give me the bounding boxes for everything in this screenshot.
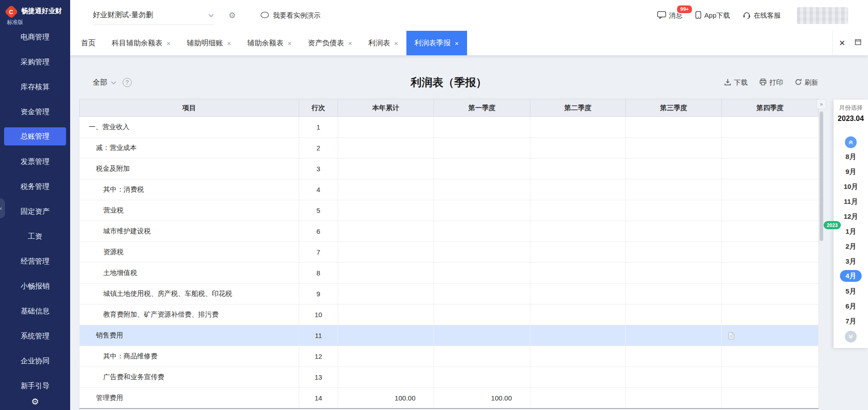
print-button[interactable]: 打印: [759, 78, 783, 87]
cell-value[interactable]: 100.00: [338, 388, 434, 409]
settings-gear-icon[interactable]: ⚙: [31, 396, 39, 407]
cell-value[interactable]: [434, 159, 530, 179]
table-row-9[interactable]: 城镇土地使用税、房产税、车船税、印花税9: [80, 284, 819, 304]
demo-link[interactable]: 我要看实例演示: [260, 11, 320, 20]
tab-close-icon[interactable]: ×: [288, 40, 292, 47]
cell-value[interactable]: [338, 242, 434, 263]
month-11月[interactable]: 11月: [834, 194, 868, 209]
cell-value[interactable]: 100.00: [434, 388, 530, 409]
tab-资产负债表[interactable]: 资产负债表×: [300, 31, 360, 55]
cell-value[interactable]: [626, 159, 722, 179]
month-2月[interactable]: 2月: [834, 239, 868, 254]
tab-利润表[interactable]: 利润表×: [360, 31, 406, 55]
sidebar-item-小畅报销[interactable]: 小畅报销: [0, 274, 70, 299]
cell-value[interactable]: [338, 263, 434, 284]
cell-value[interactable]: [530, 325, 626, 346]
cell-value[interactable]: [434, 325, 530, 346]
cell-value[interactable]: [530, 117, 626, 138]
cell-value[interactable]: [434, 200, 530, 221]
scroll-months-down-icon[interactable]: [845, 331, 857, 342]
messages-button[interactable]: 消息 99+: [657, 11, 682, 20]
cell-value[interactable]: [530, 179, 626, 200]
cell-value[interactable]: [626, 346, 722, 367]
sidebar-item-资金管理[interactable]: 资金管理: [0, 99, 70, 124]
tab-辅助余额表[interactable]: 辅助余额表×: [239, 31, 300, 55]
cell-value[interactable]: [722, 263, 819, 284]
cell-value[interactable]: [434, 179, 530, 200]
sidebar-item-经营管理[interactable]: 经营管理: [0, 249, 70, 274]
cell-value[interactable]: [530, 221, 626, 242]
cell-value[interactable]: [626, 221, 722, 242]
cell-value[interactable]: [338, 304, 434, 325]
tab-close-icon[interactable]: ×: [167, 40, 171, 47]
cell-value[interactable]: [530, 346, 626, 367]
sidebar-item-系统管理[interactable]: 系统管理: [0, 323, 70, 348]
cell-value[interactable]: [338, 117, 434, 138]
cell-value[interactable]: [338, 221, 434, 242]
cell-value[interactable]: [338, 346, 434, 367]
cell-value[interactable]: [338, 284, 434, 304]
table-row-11[interactable]: 销售费用11: [80, 325, 819, 346]
cell-value[interactable]: [434, 221, 530, 242]
sidebar-item-采购管理[interactable]: 采购管理: [0, 49, 70, 74]
cell-value[interactable]: [722, 346, 819, 367]
table-row-1[interactable]: 一、营业收入1: [80, 117, 819, 138]
sidebar-item-税务管理[interactable]: 税务管理: [0, 174, 70, 199]
cell-value[interactable]: [626, 200, 722, 221]
cell-value[interactable]: [722, 284, 819, 304]
cell-value[interactable]: [722, 304, 819, 325]
cell-value[interactable]: [530, 138, 626, 159]
maximize-view-icon[interactable]: [854, 39, 862, 48]
account-selector[interactable]: 好业财测试-量勿删: [93, 6, 214, 25]
cell-value[interactable]: [626, 304, 722, 325]
cell-value[interactable]: [530, 159, 626, 179]
vertical-scrollbar-thumb[interactable]: [820, 111, 823, 241]
app-download-button[interactable]: App下载: [695, 11, 730, 20]
cell-value[interactable]: [722, 159, 819, 179]
cell-value[interactable]: [434, 346, 530, 367]
table-row-12[interactable]: 其中：商品维修费12: [80, 346, 819, 367]
cell-value[interactable]: [626, 388, 722, 409]
cell-value[interactable]: [338, 179, 434, 200]
cell-value[interactable]: [626, 263, 722, 284]
refresh-button[interactable]: 刷新: [795, 78, 818, 87]
sidebar-item-电商管理[interactable]: 电商管理: [0, 24, 70, 49]
online-service-button[interactable]: 在线客服: [743, 11, 781, 20]
tab-利润表季报[interactable]: 利润表季报×: [406, 31, 467, 55]
table-row-6[interactable]: 城市维护建设税6: [80, 221, 819, 242]
tab-close-icon[interactable]: ×: [455, 40, 459, 47]
cell-value[interactable]: [434, 263, 530, 284]
tab-首页[interactable]: 首页: [73, 31, 104, 55]
cell-value[interactable]: [338, 325, 434, 346]
cell-value[interactable]: [530, 263, 626, 284]
table-row-13[interactable]: 广告费和业务宣传费13: [80, 367, 819, 388]
cell-value[interactable]: [626, 138, 722, 159]
cell-value[interactable]: [530, 367, 626, 388]
cell-value[interactable]: [434, 304, 530, 325]
table-row-3[interactable]: 税金及附加3: [80, 159, 819, 179]
month-10月[interactable]: 10月: [834, 179, 868, 194]
month-6月[interactable]: 6月: [834, 299, 868, 314]
cell-value[interactable]: [626, 242, 722, 263]
tab-科目辅助余额表[interactable]: 科目辅助余额表×: [104, 31, 179, 55]
month-9月[interactable]: 9月: [834, 164, 868, 179]
tab-close-icon[interactable]: ×: [348, 40, 352, 47]
sidebar-item-基础信息[interactable]: 基础信息: [0, 299, 70, 323]
cell-value[interactable]: [434, 242, 530, 263]
cell-value[interactable]: [626, 117, 722, 138]
gear-icon[interactable]: ⚙: [229, 10, 236, 20]
tab-close-icon[interactable]: ×: [227, 40, 231, 47]
cell-value[interactable]: [338, 159, 434, 179]
cell-value[interactable]: [626, 367, 722, 388]
cell-value[interactable]: [626, 179, 722, 200]
cell-value[interactable]: [722, 117, 819, 138]
table-row-14[interactable]: 管理费用14100.00100.00: [80, 388, 819, 409]
cell-value[interactable]: [530, 388, 626, 409]
tab-close-icon[interactable]: ×: [394, 40, 398, 47]
vertical-scrollbar-track[interactable]: [820, 111, 823, 401]
sidebar-item-发票管理[interactable]: 发票管理: [0, 149, 70, 174]
month-5月[interactable]: 5月: [834, 284, 868, 299]
month-3月[interactable]: 3月: [834, 254, 868, 269]
sidebar-item-总账管理[interactable]: 总账管理: [4, 127, 66, 145]
table-row-7[interactable]: 资源税7: [80, 242, 819, 263]
